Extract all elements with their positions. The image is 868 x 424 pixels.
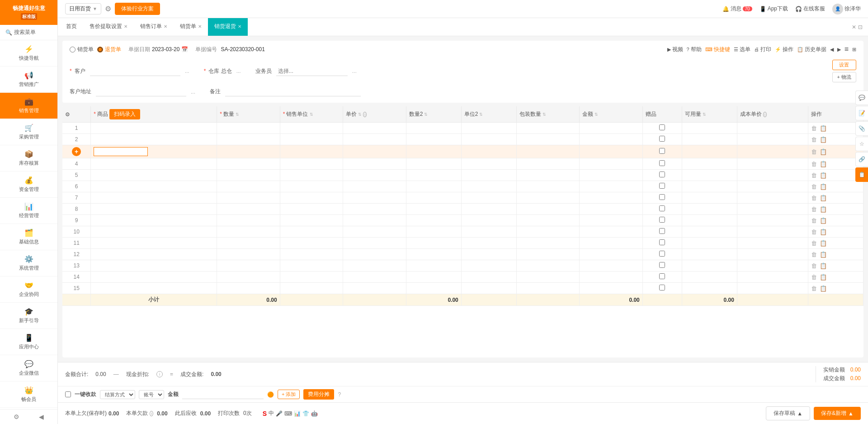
price-cell[interactable] (343, 192, 406, 204)
pkg-cell[interactable] (516, 170, 579, 181)
gift-checkbox[interactable] (659, 124, 665, 130)
tab-sale-order[interactable]: 销售订单 ✕ (134, 18, 174, 36)
gift-cell[interactable] (642, 181, 682, 192)
unit2-cell[interactable] (461, 283, 516, 294)
copy-icon[interactable]: 📋 (820, 262, 827, 269)
copy-icon[interactable]: 📋 (820, 161, 827, 167)
delete-icon[interactable]: 🗑 (811, 262, 817, 269)
avail-cell[interactable] (682, 260, 737, 272)
sort-icon[interactable]: ⇅ (310, 112, 313, 117)
amount-cell[interactable] (580, 123, 642, 134)
qty-cell[interactable] (217, 215, 280, 226)
unit-cell[interactable] (280, 260, 343, 272)
app-download-item[interactable]: 📱 App下载 (760, 5, 788, 13)
copy-icon[interactable]: 📋 (820, 195, 827, 201)
sort-icon[interactable]: ⇅ (703, 112, 706, 117)
avail-cell[interactable] (682, 204, 737, 215)
pkg-cell[interactable] (516, 260, 579, 272)
tab-close-icon[interactable]: ✕ (198, 24, 202, 29)
qty2-cell[interactable] (406, 181, 461, 192)
cost-cell[interactable] (737, 249, 808, 260)
cost-cell[interactable] (737, 170, 808, 181)
sort-icon[interactable]: ⇅ (424, 112, 428, 117)
category-select[interactable]: 日用百货 ▼ (65, 3, 101, 14)
price-cell[interactable] (343, 260, 406, 272)
product-cell[interactable] (91, 145, 217, 158)
price-cell[interactable] (343, 170, 406, 181)
delete-icon[interactable]: 🗑 (811, 148, 817, 155)
tab-sale-return[interactable]: 销货退货 ✕ (208, 18, 248, 36)
unit-cell[interactable] (280, 272, 343, 283)
unit-cell[interactable] (280, 215, 343, 226)
online-service-item[interactable]: 🎧 在线客服 (795, 5, 825, 13)
copy-icon[interactable]: 📋 (820, 148, 827, 155)
unit-cell[interactable] (280, 192, 343, 204)
sidebar-item-operation[interactable]: 📊 经营管理 (0, 198, 57, 224)
product-cell[interactable] (91, 123, 217, 134)
qty-cell[interactable] (217, 238, 280, 249)
unit2-cell[interactable] (461, 192, 516, 204)
scan-input-btn[interactable]: 扫码录入 (109, 109, 140, 119)
unit2-cell[interactable] (461, 123, 516, 134)
avail-cell[interactable] (682, 123, 737, 134)
amount-cell[interactable] (580, 181, 642, 192)
settings-btn[interactable]: 设置 (832, 60, 856, 70)
avail-cell[interactable] (682, 158, 737, 170)
copy-icon[interactable]: 📋 (820, 172, 827, 179)
sidebar-item-enterprise[interactable]: 🤝 企业协同 (0, 276, 57, 303)
unit-cell[interactable] (280, 158, 343, 170)
qty-cell[interactable] (217, 192, 280, 204)
close-all-icon[interactable]: ✕ (852, 24, 856, 30)
unit2-cell[interactable] (461, 134, 516, 145)
product-cell[interactable] (91, 158, 217, 170)
cost-cell[interactable] (737, 238, 808, 249)
gift-checkbox[interactable] (659, 194, 665, 200)
copy-icon[interactable]: 📋 (820, 125, 827, 132)
price-cell[interactable] (343, 226, 406, 238)
gift-cell[interactable] (642, 238, 682, 249)
tool-icon6[interactable]: 🤖 (311, 410, 318, 417)
operate-btn[interactable]: ⚡ 操作 (775, 46, 793, 53)
qty2-cell[interactable] (406, 158, 461, 170)
qty2-cell[interactable] (406, 238, 461, 249)
sort-icon[interactable]: ⇅ (479, 112, 483, 117)
unit2-cell[interactable] (461, 170, 516, 181)
user-item[interactable]: 👤 徐泽华 (832, 4, 861, 14)
qty-cell[interactable] (217, 123, 280, 134)
copy-icon[interactable]: 📋 (820, 217, 827, 224)
avail-cell[interactable] (682, 238, 737, 249)
tab-close-icon[interactable]: ✕ (164, 24, 167, 29)
pkg-cell[interactable] (516, 123, 579, 134)
tool-icon4[interactable]: 📊 (294, 410, 301, 417)
avail-cell[interactable] (682, 272, 737, 283)
sort-icon[interactable]: ⇅ (594, 112, 598, 117)
sort-icon[interactable]: ⇅ (542, 112, 546, 117)
panel-list-btn[interactable]: 📋 (855, 167, 868, 182)
product-cell[interactable] (91, 238, 217, 249)
product-cell[interactable] (91, 215, 217, 226)
gift-checkbox[interactable] (659, 239, 665, 245)
qty-cell[interactable] (217, 158, 280, 170)
qty2-cell[interactable] (406, 192, 461, 204)
product-cell[interactable] (91, 260, 217, 272)
copy-icon[interactable]: 📋 (820, 285, 827, 292)
sidebar-item-apps[interactable]: 📱 应用中心 (0, 329, 57, 355)
delete-icon[interactable]: 🗑 (811, 251, 817, 258)
price-cell[interactable] (343, 181, 406, 192)
avail-cell[interactable] (682, 192, 737, 204)
address-dots[interactable]: ... (191, 89, 195, 95)
calendar-icon[interactable]: 📅 (181, 46, 188, 52)
staff-dots[interactable]: ... (352, 68, 357, 74)
gift-cell[interactable] (642, 272, 682, 283)
unit2-cell[interactable] (461, 181, 516, 192)
qty-cell[interactable] (217, 134, 280, 145)
video-btn[interactable]: ▶ 视频 (667, 46, 683, 53)
cost-cell[interactable] (737, 272, 808, 283)
gift-checkbox[interactable] (659, 273, 665, 279)
delete-icon[interactable]: 🗑 (811, 274, 817, 281)
col-header-settings[interactable]: ⚙ (62, 106, 91, 123)
sidebar-item-inventory[interactable]: 📦 库存核算 (0, 145, 57, 172)
cost-cell[interactable] (737, 283, 808, 294)
gift-cell[interactable] (642, 283, 682, 294)
print-btn[interactable]: 🖨 打印 (754, 46, 771, 53)
